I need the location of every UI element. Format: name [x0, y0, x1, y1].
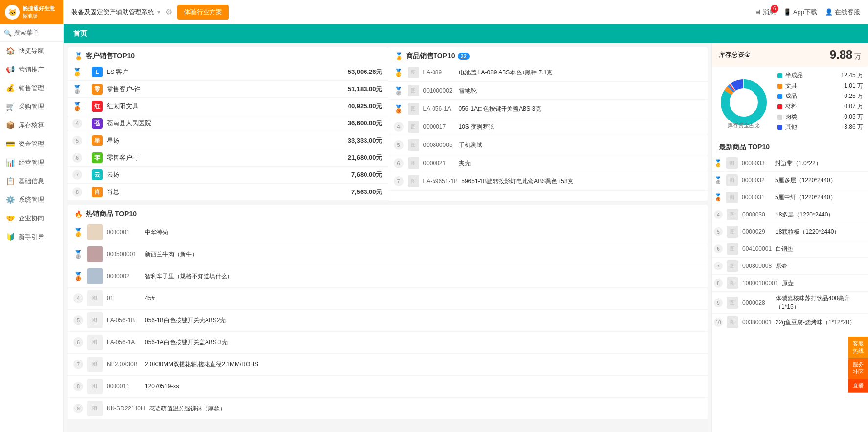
service-icon: 👤 — [825, 8, 833, 16]
new-product-thumbnail: 图 — [726, 192, 738, 203]
legend-item: 肉类 -0.05 万 — [777, 113, 863, 121]
trial-button[interactable]: 体验行业方案 — [177, 5, 229, 20]
new-product-row: 🥈 图 0000032 5厘多层（1220*2440） — [712, 172, 868, 189]
search-icon: 🔍 — [4, 29, 12, 37]
float-customer-service[interactable]: 客服热线 — [848, 337, 868, 358]
float-buttons: 客服热线 服务社区 直播 — [848, 337, 868, 393]
sidebar-item-sales[interactable]: 💰 销售管理 — [0, 79, 63, 97]
sidebar-item-newbie[interactable]: 🔰 新手引导 — [0, 228, 63, 246]
inventory-legend: 半成品 12.45 万 文具 1.01 万 成品 0.25 万 材料 0.07 … — [771, 72, 863, 133]
customer-top10-title: 🏅 客户销售TOP10 — [68, 47, 388, 64]
list-item: 6 图 0000021 夹壳 — [388, 154, 708, 172]
new-products-section: 最新商品 TOP10 🥇 图 0000033 封边带（1.0*22） 🥈 图 0… — [712, 138, 868, 331]
hot-product-row: 🥇 0000001 中华神菊 — [68, 221, 708, 243]
app-download-button[interactable]: 📱 App下载 — [783, 8, 817, 17]
search-menu[interactable]: 🔍 搜索菜单 — [0, 24, 63, 42]
product-thumbnail: 图 — [87, 290, 103, 306]
product-thumbnail: 图 — [87, 357, 103, 372]
list-item: 🥈 图 001000002 雪地靴 — [388, 82, 708, 100]
legend-item: 文具 1.01 万 — [777, 82, 863, 90]
product-sales-list: 🥇 图 LA-089 电池盖 LA-089 ABS本色+黑种 7.1克 🥈 图 … — [388, 64, 708, 191]
list-item: 4 图 0000017 10S 变刹罗弦 — [388, 118, 708, 136]
product-thumbnail — [87, 224, 103, 240]
sidebar-item-operations[interactable]: 📊 经营管理 — [0, 153, 63, 172]
hot-products-list: 🥇 0000001 中华神菊 🥈 000500001 新西兰牛肉（新牛） 🥉 0… — [68, 221, 708, 420]
sidebar-item-quick-nav[interactable]: 🏠 快捷导航 — [0, 42, 63, 60]
sidebar: 🐱 畅捷通好生意 标准版 🔍 搜索菜单 🏠 快捷导航 📢 营销推广 💰 销售管理… — [0, 0, 64, 432]
phone-icon: 📱 — [783, 8, 791, 16]
legend-dot — [777, 125, 782, 130]
newbie-icon: 🔰 — [6, 233, 15, 241]
new-product-row: 8 图 10000100001 原壶 — [712, 275, 868, 292]
legend-dot — [777, 73, 782, 78]
inventory-label: 库存总资金 — [719, 50, 751, 59]
new-product-row: 🥇 图 0000033 封边带（1.0*22） — [712, 155, 868, 172]
new-product-row: 10 图 003800001 22g鱼豆腐-烧烤味（1*12*20） — [712, 314, 868, 331]
topbar-right: 🖥 消息 6 📱 App下载 👤 在线客服 — [754, 8, 860, 17]
hot-product-row: 9 图 KK-SD22110H 花语萌值温分腿裤袜（厚款） — [68, 398, 708, 420]
table-row: 6 零 零售客户-于 21,680.00元 — [68, 149, 388, 167]
sidebar-logo-text: 畅捷通好生意 标准版 — [23, 5, 55, 19]
sales-icon: 💰 — [6, 84, 15, 93]
sidebar-item-enterprise[interactable]: 🤝 企业协同 — [0, 209, 63, 228]
sidebar-item-marketing[interactable]: 📢 营销推广 — [0, 60, 63, 79]
center-column: 🏅 客户销售TOP10 🥇 L LS 客户 53,006.26元 🥈 零 零售客… — [64, 43, 711, 432]
enterprise-icon: 🤝 — [6, 214, 15, 223]
inventory-chart-area: 库存资金占比 半成品 12.45 万 文具 1.01 万 成品 0.25 万 材… — [712, 72, 868, 138]
donut-chart: 库存资金占比 — [717, 75, 771, 129]
sidebar-item-purchase[interactable]: 🛒 采购管理 — [0, 97, 63, 116]
float-live[interactable]: 直播 — [848, 379, 868, 393]
sidebar-item-basic-info[interactable]: 📋 基础信息 — [0, 172, 63, 191]
hot-product-row: 8 图 0000011 12070519-xs — [68, 376, 708, 398]
settings-icon[interactable]: ⚙ — [165, 7, 172, 17]
new-product-thumbnail: 图 — [727, 243, 738, 255]
product-thumbnail — [87, 268, 103, 284]
inventory-value: 9.88 万 — [830, 48, 861, 62]
message-icon: 🖥 — [754, 8, 761, 16]
sidebar-item-inventory[interactable]: 📦 库存核算 — [0, 116, 63, 135]
product-sales-top10-title: 🏅 商品销售TOP10 22 — [388, 47, 708, 64]
chevron-down-icon: ▾ — [157, 8, 160, 16]
new-product-row: 4 图 0000030 18多层（1220*2440） — [712, 206, 868, 223]
list-item: 5 图 000800005 手机测试 — [388, 136, 708, 154]
inventory-icon: 📦 — [6, 121, 15, 130]
sidebar-item-system[interactable]: ⚙️ 系统管理 — [0, 191, 63, 209]
new-product-thumbnail: 图 — [727, 209, 738, 220]
main-content: 🏅 客户销售TOP10 🥇 L LS 客户 53,006.26元 🥈 零 零售客… — [64, 43, 868, 432]
table-row: 4 苍 苍南县人民医院 36,600.00元 — [68, 115, 388, 132]
basicinfo-icon: 📋 — [6, 177, 15, 186]
messages-button[interactable]: 🖥 消息 6 — [754, 8, 776, 17]
new-products-title: 最新商品 TOP10 — [712, 138, 868, 155]
legend-dot — [777, 84, 782, 89]
sidebar-item-finance[interactable]: 💳 资金管理 — [0, 135, 63, 153]
home-icon: 🏠 — [6, 47, 15, 55]
online-service-button[interactable]: 👤 在线客服 — [825, 8, 860, 17]
new-product-row: 6 图 004100001 白钢垫 — [712, 240, 868, 258]
operations-icon: 📊 — [6, 158, 15, 167]
new-product-thumbnail: 图 — [727, 297, 738, 309]
customer-rank-table: 🥇 L LS 客户 53,006.26元 🥈 零 零售客户-许 51,183.0… — [68, 64, 388, 201]
tab-nav: 首页 — [64, 24, 868, 43]
product-thumbnail: 图 — [87, 335, 103, 350]
system-selector[interactable]: 装备及固定资产辅助管理系统 ▾ — [71, 8, 160, 17]
legend-dot — [777, 115, 782, 120]
system-icon: ⚙️ — [6, 195, 15, 204]
legend-dot — [777, 104, 782, 109]
float-service-community[interactable]: 服务社区 — [848, 358, 868, 379]
legend-item: 材料 0.07 万 — [777, 102, 863, 111]
product-thumbnail — [87, 246, 103, 262]
new-product-thumbnail: 图 — [727, 226, 738, 238]
product-thumbnail: 图 — [87, 379, 103, 394]
tab-home[interactable]: 首页 — [64, 24, 97, 43]
inventory-summary: 库存总资金 9.88 万 — [712, 43, 868, 67]
sidebar-logo: 🐱 畅捷通好生意 标准版 — [0, 0, 63, 24]
new-products-list: 🥇 图 0000033 封边带（1.0*22） 🥈 图 0000032 5厘多层… — [712, 155, 868, 331]
new-product-row: 7 图 000800008 原壶 — [712, 258, 868, 275]
product-sales-top10-card: 🏅 商品销售TOP10 22 🥇 图 LA-089 电池盖 LA-089 ABS… — [388, 47, 708, 201]
hot-product-row: 🥉 0000002 智利车子里（规格不知道填什么） — [68, 265, 708, 288]
product-thumbnail: 图 — [87, 401, 103, 416]
legend-item: 其他 -3.86 万 — [777, 123, 863, 131]
system-name: 装备及固定资产辅助管理系统 — [71, 8, 154, 17]
hot-products-title: 🔥 热销商品 TOP10 — [68, 205, 708, 221]
customer-top10-card: 🏅 客户销售TOP10 🥇 L LS 客户 53,006.26元 🥈 零 零售客… — [68, 47, 388, 201]
